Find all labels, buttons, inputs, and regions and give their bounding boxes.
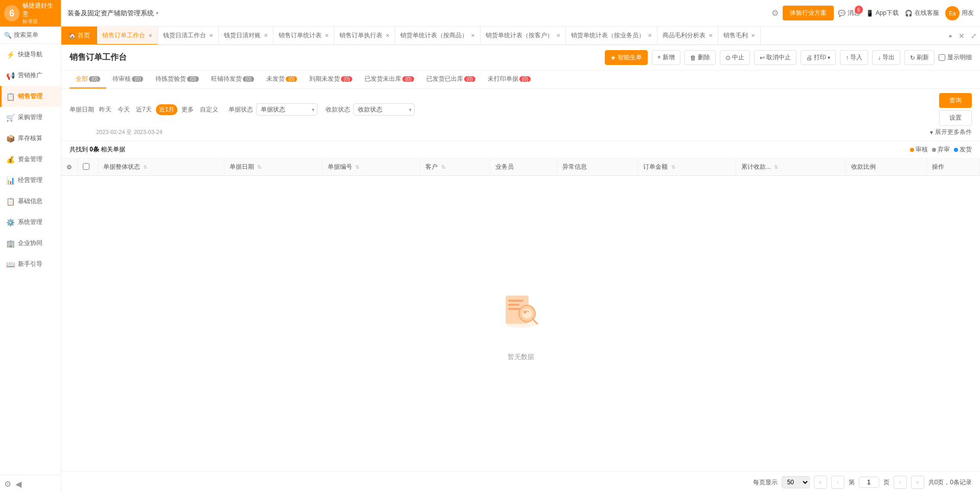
tab-goods_stat_product[interactable]: 销货单统计表（按商品）✕ <box>395 27 481 44</box>
sort-amount-icon[interactable]: ⇅ <box>671 164 675 170</box>
topbar-gear-icon[interactable]: ⚙ <box>771 8 779 18</box>
sidebar-item-system[interactable]: ⚙️系统管理 <box>0 212 61 233</box>
sidebar-item-enterprise[interactable]: 🏢企业协同 <box>0 233 61 254</box>
online-service-btn[interactable]: 🎧 在线客服 <box>905 9 939 17</box>
sort-collected-icon[interactable]: ⇅ <box>774 164 778 170</box>
sidebar-item-label: 采购管理 <box>18 113 42 122</box>
settings-icon[interactable]: ⚙ <box>4 479 11 489</box>
industry-btn[interactable]: 体验行业方案 <box>783 6 834 20</box>
sidebar-item-finance[interactable]: 💰资金管理 <box>0 149 61 170</box>
cancel-stop-btn[interactable]: ↩ 取消中止 <box>754 50 796 65</box>
sidebar-item-marketing[interactable]: 📢营销推广 <box>0 65 61 86</box>
sidebar-item-inventory[interactable]: 📦库存核算 <box>0 128 61 149</box>
print-btn[interactable]: 🖨 打印 ▾ <box>801 50 836 65</box>
tab-more-btn[interactable]: ▸ <box>946 27 955 44</box>
tab-close-btn[interactable]: ✕ <box>556 33 560 38</box>
subtab-shipped_not_out[interactable]: 已发货未出库(0) <box>358 71 420 88</box>
date-opt-更多[interactable]: 更多 <box>179 104 196 115</box>
content-area: 销售订单工作台 ★ 智能生单 + 新增 🗑 删除 ⊙ 中止 ↩ 取消中止 <box>61 45 980 493</box>
next-page-btn[interactable]: › <box>894 476 907 489</box>
sidebar-item-guide[interactable]: 📖新手引导 <box>0 254 61 275</box>
tab-close-btn[interactable]: ✕ <box>264 33 268 38</box>
tab-sales_exec[interactable]: 销售订单执行表✕ <box>334 27 395 44</box>
tab-close-btn[interactable]: ✕ <box>751 33 755 38</box>
delete-btn[interactable]: 🗑 删除 <box>685 50 716 65</box>
subtab-expired_not_shipped[interactable]: 到期未发货(0) <box>303 71 358 88</box>
user-avatar[interactable]: Ea 用友 <box>945 6 974 20</box>
subtab-shipped_out[interactable]: 已发货已出库(0) <box>420 71 482 88</box>
last-page-btn[interactable]: » <box>911 476 924 489</box>
subtab-not_shipped[interactable]: 未发货(0) <box>260 71 303 88</box>
date-opt-近1月[interactable]: 近1月 <box>156 104 178 115</box>
select-all-checkbox[interactable] <box>83 163 89 170</box>
subtab-not_printed[interactable]: 未打印单据(0) <box>482 71 537 88</box>
tab-close-btn[interactable]: ✕ <box>648 33 652 38</box>
filter-bar: 单据日期 昨天今天近7天近1月更多自定义 单据状态 单据状态 收款状态 <box>61 89 980 141</box>
sidebar-item-sales[interactable]: 📋销售管理 <box>0 86 61 107</box>
date-opt-昨天[interactable]: 昨天 <box>97 104 113 115</box>
status-select[interactable]: 单据状态 <box>256 103 317 116</box>
sidebar-item-basic[interactable]: 📋基础信息 <box>0 191 61 212</box>
date-opt-近7天[interactable]: 近7天 <box>134 104 154 115</box>
batch-review-btn[interactable]: 审核 <box>910 145 928 154</box>
import-btn[interactable]: ↑ 导入 <box>840 50 868 65</box>
subtab-all[interactable]: 全部(0) <box>70 71 106 88</box>
tab-close-btn[interactable]: ✕ <box>209 33 213 38</box>
topbar-dropdown-icon[interactable]: ▾ <box>156 10 158 16</box>
tab-gross_margin[interactable]: 商品毛利分析表✕ <box>657 27 718 44</box>
page-input[interactable] <box>859 477 879 488</box>
tab-goods_stat_customer[interactable]: 销货单统计表（按客户）✕ <box>481 27 566 44</box>
show-detail-checkbox[interactable]: 显示明细 <box>939 53 972 62</box>
tab-close-all-btn[interactable]: ✕ <box>955 27 968 44</box>
per-page-select[interactable]: 50 10 20 100 <box>782 476 810 488</box>
sort-date-icon[interactable]: ⇅ <box>257 164 261 170</box>
tab-sales_profit[interactable]: 销售毛利✕ <box>718 27 761 44</box>
sidebar-item-quick[interactable]: ⚡快捷导航 <box>0 44 61 65</box>
sort-number-icon[interactable]: ⇅ <box>355 164 359 170</box>
col-status: 单据整体状态 ⇅ <box>98 159 224 176</box>
tab-cash_reconcile[interactable]: 钱货日清对账✕ <box>219 27 274 44</box>
sidebar-item-purchase[interactable]: 🛒采购管理 <box>0 107 61 128</box>
home-icon: 🏠 <box>69 32 76 39</box>
query-btn[interactable]: 查询 <box>939 93 972 108</box>
tab-sales_stat[interactable]: 销售订单统计表✕ <box>274 27 334 44</box>
date-opt-自定义[interactable]: 自定义 <box>198 104 220 115</box>
tab-sales_workbench[interactable]: 销售订单工作台✕ <box>97 27 158 44</box>
tab-close-btn[interactable]: ✕ <box>148 33 152 38</box>
tab-close-btn[interactable]: ✕ <box>709 33 713 38</box>
col-checkbox[interactable] <box>78 159 98 176</box>
tab-close-btn[interactable]: ✕ <box>385 33 390 38</box>
sort-customer-icon[interactable]: ⇅ <box>441 164 445 170</box>
sidebar-item-operation[interactable]: 📊经营管理 <box>0 170 61 191</box>
batch-ship-btn[interactable]: 发货 <box>954 145 972 154</box>
date-opt-今天[interactable]: 今天 <box>116 104 132 115</box>
payment-select[interactable]: 收款状态 <box>353 103 415 116</box>
show-detail-input[interactable] <box>939 54 945 61</box>
subtab-pending_inspect[interactable]: 待拣货验货(0) <box>149 71 204 88</box>
tab-home[interactable]: 🏠 首页 <box>61 27 97 44</box>
smart-generate-btn[interactable]: ★ 智能生单 <box>605 50 648 65</box>
sort-status-icon[interactable]: ⇅ <box>143 164 147 170</box>
tab-expand-btn[interactable]: ⤢ <box>968 27 980 44</box>
batch-cancel-review-btn[interactable]: 弃审 <box>932 145 950 154</box>
stop-btn[interactable]: ⊙ 中止 <box>720 50 750 65</box>
collapse-icon[interactable]: ◀ <box>15 479 21 489</box>
refresh-btn[interactable]: ↻ 刷新 <box>904 50 935 65</box>
col-settings[interactable]: ⚙ <box>61 159 78 176</box>
subtab-wangpu_pending[interactable]: 旺铺待发货(0) <box>205 71 260 88</box>
export-btn[interactable]: ↓ 导出 <box>872 50 900 65</box>
prev-page-btn[interactable]: ‹ <box>831 476 845 489</box>
filter-settings-btn[interactable]: 设置 <box>939 110 972 126</box>
first-page-btn[interactable]: « <box>814 476 827 489</box>
new-btn[interactable]: + 新增 <box>652 50 680 65</box>
message-btn[interactable]: 💬 消息 6 <box>838 9 860 17</box>
subtab-pending_review[interactable]: 待审核(0) <box>106 71 149 88</box>
tab-close-btn[interactable]: ✕ <box>471 33 475 38</box>
tab-close-btn[interactable]: ✕ <box>325 33 329 38</box>
expand-filter-btn[interactable]: ▾ 展开更多条件 <box>930 128 972 137</box>
app-download-btn[interactable]: 📱 App下载 <box>866 9 899 17</box>
tab-goods_stat_salesperson[interactable]: 销货单统计表（按业务员）✕ <box>566 27 657 44</box>
sidebar-item-label: 经营管理 <box>18 176 42 185</box>
tab-cash_daily[interactable]: 钱货日清工作台✕ <box>158 27 219 44</box>
search-menu[interactable]: 🔍 搜索菜单 <box>0 27 61 44</box>
